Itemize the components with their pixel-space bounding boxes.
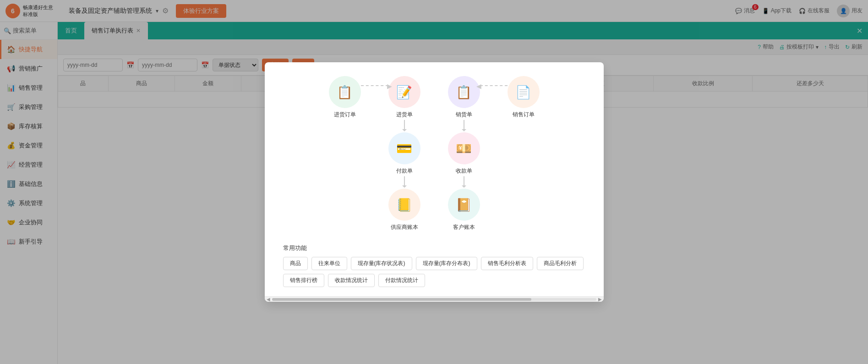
flow-circle-supplier-ledger: 📒 — [388, 189, 420, 221]
flow-circle-sales-order: 📄 — [508, 76, 540, 108]
scroll-right-arrow[interactable]: ▶ — [598, 297, 602, 302]
cf-btn-0[interactable]: 商品 — [283, 257, 308, 270]
scroll-left-arrow[interactable]: ◀ — [267, 297, 270, 302]
cf-btn-8[interactable]: 付款情况统计 — [378, 274, 425, 287]
flow-col-2: 📝 进货单 💳 付款单 — [388, 76, 420, 231]
flow-col-1: 📋 进货订单 — [329, 76, 361, 119]
scrollbar-thumb[interactable] — [272, 298, 531, 301]
popup-overlay[interactable]: 📋 进货订单 ▶ 📝 进货单 — [0, 0, 868, 364]
flow-node-sales-bill[interactable]: 📋 销货单 — [448, 76, 480, 119]
arrow-h-1: ▶ — [361, 85, 388, 86]
flow-node-payment[interactable]: 💳 付款单 — [388, 132, 420, 175]
flow-col-3: 📋 销货单 💴 收款单 — [448, 76, 480, 231]
cf-btn-7[interactable]: 收款情况统计 — [328, 274, 375, 287]
flow-label-payment: 付款单 — [396, 167, 413, 175]
flow-circle-payment: 💳 — [388, 132, 420, 164]
flow-circle-sales-bill: 📋 — [448, 76, 480, 108]
flow-node-supplier-ledger[interactable]: 📒 供应商账本 — [388, 189, 420, 231]
scrollbar-track — [272, 298, 596, 301]
flow-label-purchase-order: 进货订单 — [334, 111, 356, 119]
flow-label-purchase-bill: 进货单 — [396, 111, 413, 119]
flow-circle-purchase-order: 📋 — [329, 76, 361, 108]
flow-circle-customer-ledger: 📔 — [448, 189, 480, 221]
cf-btn-6[interactable]: 销售排行榜 — [283, 274, 324, 287]
flow-label-supplier-ledger: 供应商账本 — [391, 223, 418, 231]
common-functions-section: 常用功能 商品往来单位现存量(库存状况表)现存量(库存分布表)销售毛利分析表商品… — [283, 244, 585, 287]
arrow-v-1 — [404, 119, 405, 132]
common-functions-buttons: 商品往来单位现存量(库存状况表)现存量(库存分布表)销售毛利分析表商品毛利分析销… — [283, 257, 585, 287]
popup-scrollbar: ◀ ▶ — [265, 296, 604, 302]
flow-node-sales-order[interactable]: 📄 销售订单 — [508, 76, 540, 119]
cf-btn-3[interactable]: 现存量(库存分布表) — [416, 257, 477, 270]
cf-btn-4[interactable]: 销售毛利分析表 — [481, 257, 533, 270]
popup-content: 📋 进货订单 ▶ 📝 进货单 — [265, 62, 604, 296]
flow-node-customer-ledger[interactable]: 📔 客户账本 — [448, 189, 480, 231]
cf-btn-5[interactable]: 商品毛利分析 — [537, 257, 584, 270]
arrow-h-2: ◀ — [480, 85, 508, 86]
arrow-v-4 — [464, 175, 464, 189]
popup: 📋 进货订单 ▶ 📝 进货单 — [265, 62, 604, 302]
flow-label-sales-bill: 销货单 — [456, 111, 472, 119]
cf-btn-1[interactable]: 往来单位 — [311, 257, 347, 270]
flow-label-receipt: 收款单 — [456, 167, 472, 175]
flow-chart: 📋 进货订单 ▶ 📝 进货单 — [283, 76, 585, 231]
cf-btn-2[interactable]: 现存量(库存状况表) — [351, 257, 412, 270]
flow-node-purchase-bill[interactable]: 📝 进货单 — [388, 76, 420, 119]
arrow-v-2 — [404, 175, 405, 189]
flow-node-receipt[interactable]: 💴 收款单 — [448, 132, 480, 175]
flow-node-purchase-order[interactable]: 📋 进货订单 — [329, 76, 361, 119]
common-functions-title: 常用功能 — [283, 244, 585, 252]
flow-circle-receipt: 💴 — [448, 132, 480, 164]
flow-circle-purchase-bill: 📝 — [388, 76, 420, 108]
flow-col-4: 📄 销售订单 — [508, 76, 540, 119]
arrow-v-3 — [464, 119, 464, 132]
flow-label-customer-ledger: 客户账本 — [453, 223, 475, 231]
flow-label-sales-order: 销售订单 — [513, 111, 535, 119]
